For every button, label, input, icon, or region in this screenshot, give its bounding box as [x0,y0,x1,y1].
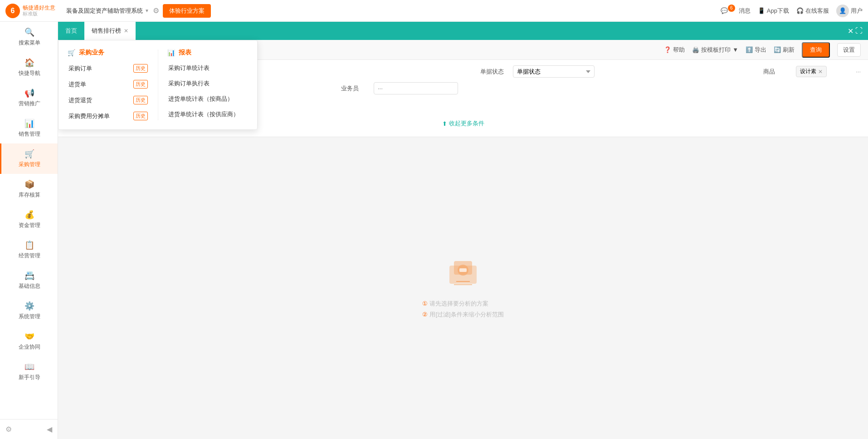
user-label: 用户 [851,7,863,15]
refresh-label: 刷新 [783,46,795,54]
export-btn[interactable]: ⬆️ 导出 [746,46,766,54]
system-title: 装备及固定资产辅助管理系统 [66,7,143,15]
menu-item-purchase-expense[interactable]: 采购费用分摊单 历史 [64,108,152,124]
tab-home[interactable]: 首页 [58,22,84,40]
online-service-item[interactable]: 🎧 在线客服 [796,7,829,15]
dropdown-header-report: 📊 报表 [164,46,252,60]
sidebar-label-funds: 资金管理 [19,222,40,229]
chevron-down-icon: ▼ [145,8,149,13]
notification-label: 消息 [739,7,751,15]
status-select[interactable]: 单据状态 [513,65,595,78]
settings-icon[interactable]: ⚙ [153,6,159,15]
sidebar-label-inventory: 库存核算 [19,191,40,199]
purchase-icon: 🛒 [24,149,34,159]
logo-text: 畅捷通好生意 标准版 [23,5,55,17]
purchase-menu-icon: 🛒 [68,49,75,56]
dropdown-col-report: 📊 报表 采购订单统计表 采购订单执行表 进货单统计表（按商品） 进货单统计表（… [158,46,258,124]
menu-item-label-purchase-order: 采购订单 [68,64,92,73]
dropdown-overlay: 🛒 采购业务 采购订单 历史 进货单 历史 进货退货 历史 [58,40,258,130]
print-template-btn[interactable]: 🖨️ 按模板打印 ▼ [692,46,738,54]
sidebar-item-sales[interactable]: 📊 销售管理 [0,113,58,143]
notification-item[interactable]: 💬 6 消息 [721,7,751,15]
industry-btn[interactable]: 体验行业方案 [163,4,211,18]
salesperson-input-wrapper [374,82,458,94]
menu-item-order-stat[interactable]: 采购订单统计表 [164,60,252,76]
sidebar-label-purchase: 采购管理 [19,161,40,168]
app-download-label: App下载 [767,7,789,15]
collapse-sidebar-icon[interactable]: ◀ [47,425,52,434]
online-service-label: 在线客服 [805,7,829,15]
guide-icon: 📖 [24,362,34,372]
sidebar-label-operations: 经营管理 [19,252,40,260]
menu-item-label-order-stat: 采购订单统计表 [168,64,210,72]
basic-icon: 📇 [24,271,34,281]
refresh-btn[interactable]: 🔄 刷新 [774,46,795,54]
more-goods-icon[interactable]: ··· [856,68,861,75]
report-menu-icon: 📊 [167,49,175,56]
enterprise-icon: 🤝 [24,331,34,341]
empty-tip2: 用[过滤]条件来缩小分析范围 [429,311,503,318]
status-label: 单据状态 [480,68,507,76]
tab-close-window-icon[interactable]: ✕ [848,27,853,35]
query-btn[interactable]: 查询 [802,42,830,58]
sidebar: 🔍 搜索菜单 🏠 快捷导航 📢 营销推广 📊 销售管理 🛒 采购管理 📦 库存核… [0,22,58,439]
top-bar-left: 6 畅捷通好生意 标准版 装备及固定资产辅助管理系统 ▼ ⚙ 体验行业方案 [5,4,721,18]
history-badge-0: 历史 [133,64,148,73]
menu-item-label-stock-in: 进货单 [68,80,86,89]
sidebar-item-quick[interactable]: 🏠 快捷导航 [0,52,58,83]
top-bar-right: 💬 6 消息 📱 App下载 🎧 在线客服 👤 用户 [721,5,863,17]
history-badge-3: 历史 [133,112,148,120]
menu-item-purchase-order[interactable]: 采购订单 历史 [64,60,152,76]
system-icon: ⚙️ [24,301,34,311]
sidebar-item-operations[interactable]: 📋 经营管理 [0,235,58,265]
tab-maximize-icon[interactable]: ⛶ [855,27,863,35]
menu-item-order-exec[interactable]: 采购订单执行表 [164,76,252,91]
sidebar-item-purchase[interactable]: 🛒 采购管理 [0,143,58,174]
menu-item-label-order-exec: 采购订单执行表 [168,79,210,88]
sidebar-item-marketing[interactable]: 📢 营销推广 [0,83,58,113]
salesperson-input[interactable] [374,82,458,94]
phone-icon: 📱 [758,7,765,14]
sidebar-item-search[interactable]: 🔍 搜索菜单 [0,22,58,52]
sidebar-label-quick: 快捷导航 [19,69,40,77]
help-icon: ❓ [664,46,671,53]
menu-item-stock-stat-goods[interactable]: 进货单统计表（按商品） [164,91,252,107]
sidebar-item-guide[interactable]: 📖 新手引导 [0,356,58,387]
sidebar-label-marketing: 营销推广 [19,100,40,108]
menu-item-stock-return[interactable]: 进货退货 历史 [64,92,152,108]
menu-item-stock-stat-supplier[interactable]: 进货单统计表（按供应商） [164,107,252,122]
print-icon: 🖨️ [692,46,699,53]
sidebar-item-funds[interactable]: 💰 资金管理 [0,204,58,235]
user-item[interactable]: 👤 用户 [836,5,863,17]
settings-btn[interactable]: 设置 [837,43,861,57]
sidebar-item-inventory[interactable]: 📦 库存核算 [0,174,58,204]
search-icon: 🔍 [24,27,34,37]
empty-tips: ①请先选择要分析的方案 ②用[过滤]条件来缩小分析范围 [422,298,503,320]
funds-icon: 💰 [24,210,34,220]
logo-area: 6 畅捷通好生意 标准版 [5,4,55,18]
goods-tag-close-icon[interactable]: ✕ [818,69,823,75]
tab-home-label: 首页 [65,27,77,35]
history-badge-2: 历史 [133,96,148,104]
sidebar-item-basic[interactable]: 📇 基础信息 [0,265,58,296]
menu-item-label-stock-return: 进货退货 [68,96,92,104]
salesperson-label: 业务员 [341,84,368,93]
print-chevron-icon: ▼ [732,46,738,53]
status-select-wrapper: 单据状态 [513,65,613,78]
sidebar-label-guide: 新手引导 [19,374,40,381]
content-area: 首页 销售排行榜 ✕ ✕ ⛶ ❓ 帮助 🖨️ 按模板打印 ▼ ⬆️ [58,22,868,439]
sidebar-item-enterprise[interactable]: 🤝 企业协同 [0,326,58,356]
sidebar-item-system[interactable]: ⚙️ 系统管理 [0,296,58,326]
tab-sales-rank-label: 销售排行榜 [92,27,121,35]
app-download-item[interactable]: 📱 App下载 [758,7,789,15]
tab-sales-rank[interactable]: 销售排行榜 ✕ [84,22,136,40]
collapse-up-icon: ⬆ [442,120,447,127]
settings-bottom-icon[interactable]: ⚙ [5,425,12,434]
menu-item-label-stock-stat-goods: 进货单统计表（按商品） [168,95,233,103]
report-col-title: 报表 [179,49,191,57]
top-bar: 6 畅捷通好生意 标准版 装备及固定资产辅助管理系统 ▼ ⚙ 体验行业方案 💬 … [0,0,868,22]
system-title-dropdown[interactable]: 装备及固定资产辅助管理系统 ▼ [66,7,149,15]
help-btn[interactable]: ❓ 帮助 [664,46,685,54]
tab-close-icon[interactable]: ✕ [124,28,128,34]
menu-item-stock-in[interactable]: 进货单 历史 [64,76,152,92]
